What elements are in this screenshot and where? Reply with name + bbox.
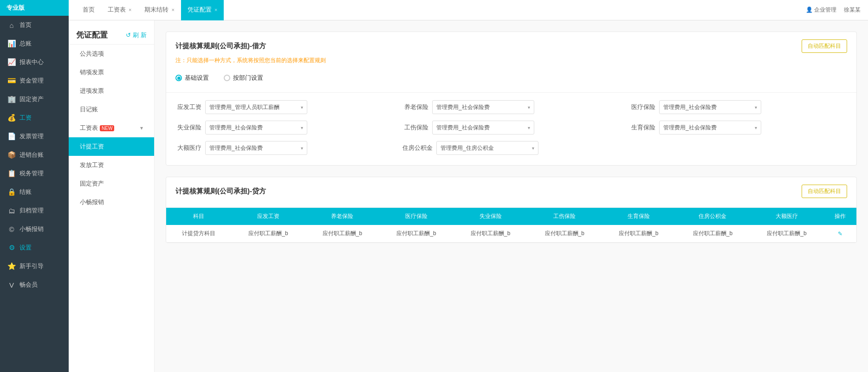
radio-basic[interactable]: 基础设置 (175, 74, 209, 82)
field-daeliao: 大额医疗 管理费用_社会保险费 ▾ (175, 141, 393, 155)
sidebar-item-guide[interactable]: ⭐ 新手引导 (0, 257, 69, 276)
sidebar-item-label: 设置 (19, 244, 32, 252)
ledger-icon: 📊 (7, 39, 16, 48)
content-layout: 凭证配置 ↺ 刷 新 公共选项 销项发票 进项发票 日记账 工资表 NEW ▾ … (69, 20, 868, 372)
cell-gongshang: 应付职工薪酬_b (527, 225, 602, 243)
tab-voucher-config-close[interactable]: × (214, 7, 217, 13)
chevron-down-icon: ▾ (755, 125, 757, 130)
refresh-button[interactable]: ↺ 刷 新 (126, 31, 147, 39)
cell-shiye: 应付职工薪酬_b (453, 225, 528, 243)
sidebar-item-assets[interactable]: 🏢 固定资产 (0, 90, 69, 109)
select-yanglao[interactable]: 管理费用_社会保险费 ▾ (432, 100, 534, 114)
main-area: 首页 工资表 × 期末结转 × 凭证配置 × 👤 企业管理 徐某某 凭证配置 ↺… (69, 0, 868, 372)
nav-item-sales-invoice[interactable]: 销项发票 (69, 63, 154, 82)
sidebar-item-label: 小畅报销 (19, 225, 44, 233)
radio-basic-label: 基础设置 (185, 74, 209, 82)
expand-icon: ▾ (140, 125, 143, 131)
credit-auto-match-button[interactable]: 自动匹配科目 (802, 185, 847, 198)
label-shiye: 失业保险 (175, 123, 201, 132)
col-action: 操作 (824, 208, 856, 225)
chevron-down-icon: ▾ (301, 105, 303, 110)
sidebar-item-close[interactable]: 🔒 结账 (0, 183, 69, 201)
sidebar-item-ledger[interactable]: 📊 总账 (0, 34, 69, 53)
col-gongshang: 工伤保险 (527, 208, 602, 225)
select-gongshang[interactable]: 管理费用_社会保险费 ▾ (432, 121, 534, 135)
sidebar-item-label: 发票管理 (19, 132, 44, 141)
sidebar-item-xiaochang[interactable]: © 小畅报销 (0, 220, 69, 238)
close-period-icon: 🔒 (7, 188, 16, 196)
tab-period-close-label: 期末结转 (144, 6, 168, 14)
sidebar-item-inventory[interactable]: 📦 进销台账 (0, 146, 69, 164)
sidebar-item-invoice[interactable]: 📄 发票管理 (0, 127, 69, 146)
nav-item-public[interactable]: 公共选项 (69, 45, 154, 63)
debit-section-body: 应发工资 管理费用_管理人员职工薪酬 ▾ 养老保险 管理费用_社会保险费 (166, 93, 856, 165)
credit-section-header: 计提核算规则(公司承担)-贷方 自动匹配科目 (166, 177, 856, 208)
cell-daeliao: 应付职工薪酬_b (750, 225, 824, 243)
field-yingfa: 应发工资 管理费用_管理人员职工薪酬 ▾ (175, 100, 393, 114)
debit-title-row: 计提核算规则(公司承担)-借方 自动匹配科目 (175, 39, 847, 53)
tab-payroll-table-close[interactable]: × (129, 7, 131, 13)
field-gongshang: 工伤保险 管理费用_社会保险费 ▾ (402, 121, 620, 135)
select-shiye[interactable]: 管理费用_社会保险费 ▾ (205, 121, 307, 135)
debit-section: 计提核算规则(公司承担)-借方 自动匹配科目 注：只能选择一种方式，系统将按照您… (166, 32, 857, 166)
cell-yingfa: 应付职工薪酬_b (231, 225, 305, 243)
sidebar-item-label: 税务管理 (19, 169, 44, 178)
nav-item-expense[interactable]: 小畅报销 (69, 193, 154, 212)
sidebar-item-home[interactable]: ⌂ 首页 (0, 16, 69, 34)
select-daeliao[interactable]: 管理费用_社会保险费 ▾ (205, 141, 307, 155)
sidebar-item-label: 进销台账 (19, 151, 44, 159)
tax-icon: 📋 (7, 169, 16, 178)
select-yingfa-value: 管理费用_管理人员职工薪酬 (209, 103, 279, 111)
nav-item-fixed-assets[interactable]: 固定资产 (69, 174, 154, 193)
settings-icon: ⚙ (7, 244, 16, 252)
nav-item-purchase-invoice[interactable]: 进项发票 (69, 82, 154, 100)
debit-section-note: 注：只能选择一种方式，系统将按照您当前的选择来配置规则 (175, 57, 847, 64)
topbar-right: 👤 企业管理 徐某某 (806, 6, 861, 14)
debit-auto-match-button[interactable]: 自动匹配科目 (802, 39, 847, 53)
tab-voucher-config[interactable]: 凭证配置 × (181, 0, 224, 20)
sidebar-item-label: 报表中心 (19, 58, 44, 66)
sidebar-item-label: 首页 (19, 21, 32, 29)
cell-yiliao: 应付职工薪酬_b (379, 225, 453, 243)
nav-item-payroll-table[interactable]: 工资表 NEW ▾ (69, 119, 154, 137)
sidebar-item-settings[interactable]: ⚙ 设置 (0, 238, 69, 257)
select-gongjijin[interactable]: 管理费用_住房公积金 ▾ (436, 141, 538, 155)
radio-dept-circle (224, 75, 230, 81)
tab-period-close-close[interactable]: × (171, 7, 174, 13)
radio-dept-label: 按部门设置 (233, 74, 263, 82)
field-yanglao: 养老保险 管理费用_社会保险费 ▾ (402, 100, 620, 114)
select-gongjijin-value: 管理费用_住房公积金 (440, 144, 494, 152)
col-yingfa: 应发工资 (231, 208, 305, 225)
form-row-1: 应发工资 管理费用_管理人员职工薪酬 ▾ 养老保险 管理费用_社会保险费 (175, 100, 847, 114)
label-yiliao: 医疗保险 (629, 103, 655, 111)
tab-period-close[interactable]: 期末结转 × (138, 0, 181, 20)
form-row-3: 大额医疗 管理费用_社会保险费 ▾ 住房公积金 管理费用_住房公积金 (175, 141, 847, 155)
cell-subject: 计提贷方科目 (166, 225, 231, 243)
nav-item-payroll-issue[interactable]: 发放工资 (69, 156, 154, 174)
sidebar-item-vip[interactable]: V 畅会员 (0, 276, 69, 294)
select-yiliao[interactable]: 管理费用_社会保险费 ▾ (659, 100, 761, 114)
radio-dept[interactable]: 按部门设置 (224, 74, 263, 82)
assets-icon: 🏢 (7, 95, 16, 103)
nav-item-payroll-calc[interactable]: 计提工资 (69, 137, 154, 156)
sidebar-item-reports[interactable]: 📈 报表中心 (0, 53, 69, 71)
tab-home[interactable]: 首页 (76, 0, 101, 20)
select-yingfa[interactable]: 管理费用_管理人员职工薪酬 ▾ (205, 100, 307, 114)
sidebar-item-tax[interactable]: 📋 税务管理 (0, 164, 69, 183)
sidebar-item-label: 归档管理 (19, 206, 44, 215)
sidebar-item-funds[interactable]: 💳 资金管理 (0, 71, 69, 90)
edit-icon[interactable]: ✎ (838, 231, 842, 237)
cell-action[interactable]: ✎ (824, 225, 856, 243)
field-shengyu: 生育保险 管理费用_社会保险费 ▾ (629, 121, 847, 135)
sidebar-item-payroll[interactable]: 💰 工资 (0, 109, 69, 127)
nav-item-journal[interactable]: 日记账 (69, 100, 154, 119)
tab-payroll-table[interactable]: 工资表 × (101, 0, 138, 20)
new-badge: NEW (100, 125, 114, 131)
chevron-down-icon: ▾ (532, 146, 534, 151)
table-row: 计提贷方科目 应付职工薪酬_b 应付职工薪酬_b 应付职工薪酬_b (166, 225, 856, 243)
left-nav: 凭证配置 ↺ 刷 新 公共选项 销项发票 进项发票 日记账 工资表 NEW ▾ … (69, 20, 155, 372)
select-shengyu[interactable]: 管理费用_社会保险费 ▾ (659, 121, 761, 135)
sidebar-item-archive[interactable]: 🗂 归档管理 (0, 201, 69, 220)
select-daeliao-value: 管理费用_社会保险费 (209, 144, 263, 152)
sidebar-item-label: 畅会员 (19, 281, 38, 289)
